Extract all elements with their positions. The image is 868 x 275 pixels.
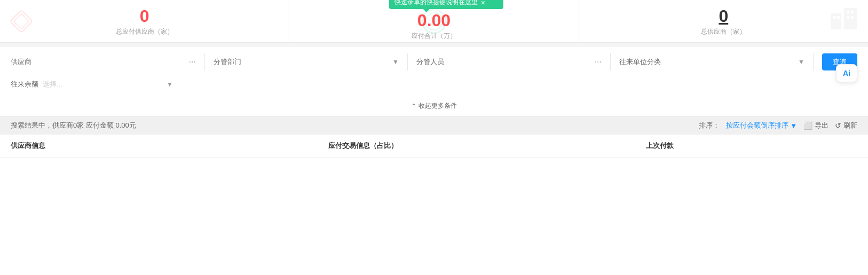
tooltip-close-button[interactable]: ×: [481, 0, 485, 7]
svg-rect-0: [10, 10, 33, 33]
filter-unit-category[interactable]: 往来单位分类 ▼: [611, 53, 814, 70]
filter-supplier[interactable]: 供应商 ···: [11, 53, 205, 70]
balance-label: 往来余额: [11, 80, 38, 89]
unit-category-label: 往来单位分类: [619, 57, 661, 67]
svg-rect-7: [833, 16, 836, 19]
unit-category-select[interactable]: ▼: [665, 58, 804, 66]
svg-rect-11: [847, 16, 849, 19]
unit-category-arrow-icon: ▼: [798, 58, 804, 66]
sort-value[interactable]: 按应付会额倒序排序 ▼: [726, 121, 797, 130]
collapse-button[interactable]: ⌃ 收起更多条件: [11, 98, 857, 116]
column-supplier-info: 供应商信息: [11, 141, 328, 151]
results-actions: 排序： 按应付会额倒序排序 ▼ ⬜ 导出 ↺ 刷新: [699, 121, 857, 130]
filter-area: 供应商 ··· 分管部门 ▼ 分管人员 ··· 往来单位分类 ▼ 查询: [0, 47, 868, 116]
collapse-up-icon: ⌃: [411, 103, 416, 110]
column-payable-transaction: 应付交易信息（占比）: [328, 141, 646, 151]
total-suppliers-label: 总供应商（家）: [701, 27, 746, 36]
stats-bar: 0 总应付供应商（家） 快速录单的快捷键说明在这里 × ¥ 0.00 应付合计（…: [0, 0, 868, 43]
collapse-label: 收起更多条件: [419, 101, 457, 111]
payable-total-label: 应付合计（万）: [412, 32, 456, 41]
sort-arrow-icon: ▼: [790, 122, 797, 130]
stat-payable-total: 快速录单的快捷键说明在这里 × ¥ 0.00 应付合计（万）: [289, 0, 579, 42]
results-summary: 搜索结果中，供应商0家 应付金额 0.00元: [11, 121, 136, 130]
person-label: 分管人员: [416, 57, 444, 67]
table-header: 供应商信息 应付交易信息（占比） 上次付款: [0, 135, 868, 158]
filter-row-1: 供应商 ··· 分管部门 ▼ 分管人员 ··· 往来单位分类 ▼ 查询: [11, 53, 857, 70]
total-suppliers-number: 0: [719, 6, 728, 26]
filter-row-2: 往来余额 选择... ▼: [11, 76, 857, 93]
person-input[interactable]: [448, 58, 593, 66]
person-dots[interactable]: ···: [595, 57, 602, 67]
tooltip-text: 快速录单的快捷键说明在这里: [394, 0, 478, 7]
payable-total-number: 0.00: [417, 10, 451, 30]
svg-rect-5: [831, 13, 841, 29]
tooltip-bubble: 快速录单的快捷键说明在这里 ×: [389, 0, 503, 9]
refresh-button[interactable]: ↺ 刷新: [835, 121, 857, 130]
stat-total-payable-suppliers: 0 总应付供应商（家）: [0, 0, 289, 42]
filter-person[interactable]: 分管人员 ···: [408, 53, 611, 70]
department-arrow-icon: ▼: [392, 58, 399, 66]
tooltip-dot: [493, 0, 498, 5]
svg-rect-10: [851, 11, 854, 13]
department-select[interactable]: ▼: [246, 58, 399, 66]
stat-total-suppliers: 0 总供应商（家）: [579, 0, 868, 42]
filter-balance[interactable]: 往来余额 选择... ▼: [11, 76, 182, 93]
export-icon: ⬜: [803, 121, 812, 130]
ai-badge[interactable]: Ai: [836, 64, 857, 82]
svg-rect-12: [851, 16, 854, 19]
data-table: 供应商信息 应付交易信息（占比） 上次付款: [0, 135, 868, 275]
column-last-payment: 上次付款: [646, 141, 858, 151]
svg-rect-8: [837, 16, 840, 19]
balance-arrow-icon: ▼: [167, 81, 173, 88]
total-payable-number: 0: [140, 6, 149, 26]
department-label: 分管部门: [214, 57, 241, 67]
sort-label: 排序：: [699, 121, 720, 130]
balance-select[interactable]: 选择... ▼: [43, 80, 173, 89]
supplier-label: 供应商: [11, 57, 31, 67]
table-body: [0, 158, 868, 275]
diamond-icon: [5, 5, 37, 37]
results-bar: 搜索结果中，供应商0家 应付金额 0.00元 排序： 按应付会额倒序排序 ▼ ⬜…: [0, 116, 868, 135]
svg-rect-9: [847, 11, 849, 13]
filter-department[interactable]: 分管部门 ▼: [205, 53, 408, 70]
supplier-input[interactable]: [36, 58, 187, 66]
building-icon: [825, 5, 863, 32]
svg-rect-6: [844, 8, 857, 29]
export-button[interactable]: ⬜ 导出: [803, 121, 828, 130]
supplier-dots[interactable]: ···: [189, 57, 196, 67]
total-payable-label: 总应付供应商（家）: [116, 27, 173, 36]
refresh-icon: ↺: [835, 121, 841, 130]
